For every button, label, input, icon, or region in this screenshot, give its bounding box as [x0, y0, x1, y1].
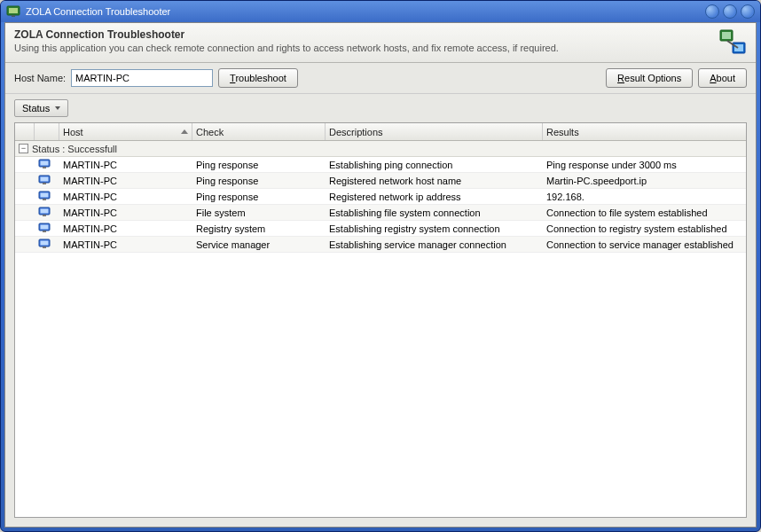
collapse-icon[interactable]: −	[19, 144, 28, 153]
result-cell: Ping response under 3000 ms	[543, 157, 746, 172]
description-cell: Registered network ip address	[326, 189, 543, 204]
group-by-row: Status	[5, 94, 756, 122]
column-expander[interactable]	[35, 123, 59, 140]
maximize-button[interactable]	[723, 4, 737, 19]
check-cell: Ping response	[192, 189, 326, 204]
result-cell: Connection to registry system establishe…	[543, 221, 746, 236]
result-options-label-rest: esult Options	[624, 73, 681, 83]
toolbar: Host Name: Troubleshoot Result Options A…	[5, 63, 756, 94]
svg-rect-15	[41, 192, 49, 197]
check-cell: Ping response	[192, 173, 326, 188]
description-cell: Establishing registry system connection	[326, 221, 543, 236]
svg-rect-4	[722, 32, 731, 39]
svg-rect-24	[41, 240, 49, 245]
page-subtitle: Using this application you can check rem…	[14, 43, 711, 53]
row-gutter	[15, 157, 35, 172]
result-cell: 192.168.	[543, 189, 746, 204]
host-cell: MARTIN-PC	[59, 221, 192, 236]
row-gutter	[15, 221, 35, 236]
check-cell: Registry system	[192, 221, 326, 236]
computer-icon	[38, 175, 51, 187]
table-row[interactable]: MARTIN-PCService managerEstablishing ser…	[15, 237, 746, 253]
row-gutter	[15, 173, 35, 188]
grid-header: Host Check Descriptions Results	[15, 123, 746, 141]
host-cell: MARTIN-PC	[59, 189, 192, 204]
computer-icon	[38, 159, 51, 171]
about-button[interactable]: About	[698, 68, 747, 88]
status-group-button[interactable]: Status	[14, 99, 68, 117]
svg-rect-10	[43, 167, 46, 168]
description-cell: Registered network host name	[326, 173, 543, 188]
column-check[interactable]: Check	[192, 123, 326, 140]
svg-rect-21	[41, 224, 49, 229]
chevron-down-icon	[55, 106, 60, 110]
table-row[interactable]: MARTIN-PCPing responseRegistered network…	[15, 173, 746, 189]
row-icon-cell	[35, 205, 59, 220]
computer-icon	[38, 207, 51, 219]
column-gutter[interactable]	[15, 123, 35, 140]
grid-body[interactable]: MARTIN-PCPing responseEstablishing ping …	[15, 157, 746, 517]
svg-rect-22	[43, 231, 46, 232]
minimize-button[interactable]	[705, 4, 719, 19]
network-icon	[718, 28, 747, 57]
hostname-input[interactable]	[71, 69, 213, 87]
svg-rect-2	[12, 15, 15, 17]
check-cell: Ping response	[192, 157, 326, 172]
row-gutter	[15, 205, 35, 220]
result-cell: Martin-PC.speedport.ip	[543, 173, 746, 188]
row-gutter	[15, 189, 35, 204]
row-icon-cell	[35, 173, 59, 188]
app-icon	[6, 4, 20, 19]
client-area: ZOLA Connection Troubleshooter Using thi…	[4, 22, 757, 528]
window-title: ZOLA Connection Troubleshooter	[26, 6, 705, 17]
page-title: ZOLA Connection Troubleshooter	[14, 28, 711, 41]
check-cell: Service manager	[192, 237, 326, 252]
titlebar[interactable]: ZOLA Connection Troubleshooter	[1, 1, 760, 22]
computer-icon	[38, 191, 51, 203]
hostname-label: Host Name:	[14, 73, 66, 83]
status-group-label: Status	[22, 103, 50, 113]
window-controls	[705, 4, 755, 19]
results-grid: Host Check Descriptions Results − Status…	[14, 122, 747, 518]
row-gutter	[15, 237, 35, 252]
column-descriptions[interactable]: Descriptions	[326, 123, 543, 140]
close-button[interactable]	[741, 4, 755, 19]
row-icon-cell	[35, 221, 59, 236]
result-cell: Connection to service manager establishe…	[543, 237, 746, 252]
result-options-button[interactable]: Result Options	[606, 68, 693, 88]
group-header-row[interactable]: − Status : Successfull	[15, 141, 746, 157]
table-row[interactable]: MARTIN-PCPing responseRegistered network…	[15, 189, 746, 205]
table-row[interactable]: MARTIN-PCPing responseEstablishing ping …	[15, 157, 746, 173]
svg-rect-9	[41, 160, 49, 165]
description-cell: Establishing service manager connection	[326, 237, 543, 252]
app-window: ZOLA Connection Troubleshooter ZOLA Conn…	[0, 0, 761, 532]
svg-rect-1	[9, 8, 18, 13]
computer-icon	[38, 239, 51, 251]
svg-rect-18	[41, 208, 49, 213]
result-cell: Connection to file system established	[543, 205, 746, 220]
table-row[interactable]: MARTIN-PCFile systemEstablishing file sy…	[15, 205, 746, 221]
host-cell: MARTIN-PC	[59, 157, 192, 172]
column-results[interactable]: Results	[543, 123, 746, 140]
table-row[interactable]: MARTIN-PCRegistry systemEstablishing reg…	[15, 221, 746, 237]
sort-ascending-icon	[181, 129, 188, 134]
svg-rect-16	[43, 199, 46, 200]
description-cell: Establishing file system connection	[326, 205, 543, 220]
check-cell: File system	[192, 205, 326, 220]
host-cell: MARTIN-PC	[59, 173, 192, 188]
column-host[interactable]: Host	[59, 123, 192, 140]
header-band: ZOLA Connection Troubleshooter Using thi…	[5, 23, 756, 63]
description-cell: Establishing ping connection	[326, 157, 543, 172]
svg-rect-12	[41, 176, 49, 181]
computer-icon	[38, 223, 51, 235]
group-header-label: Status : Successfull	[32, 144, 117, 154]
svg-rect-13	[43, 183, 46, 184]
row-icon-cell	[35, 189, 59, 204]
host-cell: MARTIN-PC	[59, 237, 192, 252]
row-icon-cell	[35, 237, 59, 252]
troubleshoot-label-rest: roubleshoot	[235, 73, 286, 83]
svg-rect-19	[43, 215, 46, 216]
about-label-rest: bout	[717, 73, 735, 83]
row-icon-cell	[35, 157, 59, 172]
troubleshoot-button[interactable]: Troubleshoot	[218, 68, 298, 88]
